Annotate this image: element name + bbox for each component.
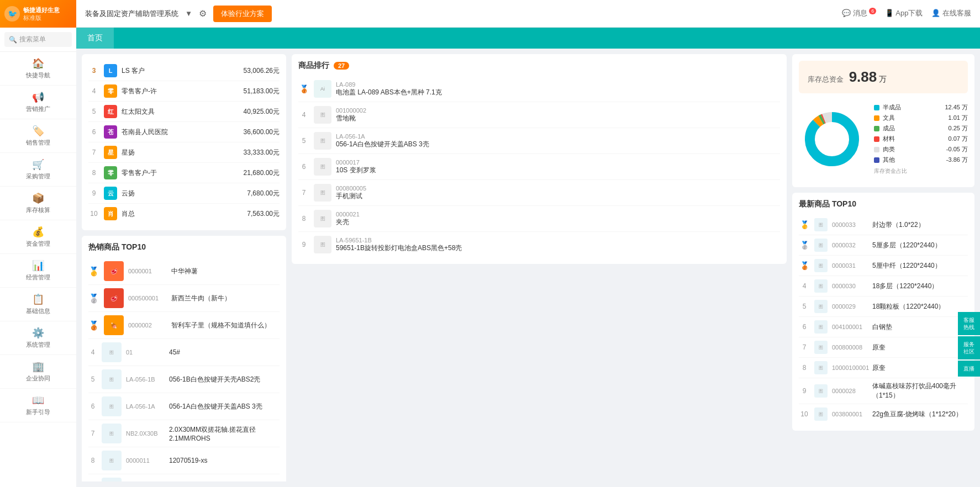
rank-num: 4 (298, 111, 309, 119)
product-img: 图 (814, 259, 828, 272)
product-code: 001000002 (336, 107, 780, 114)
hot-prod-6: 6 图 LA-056-1A 056-1A白色按键开关盖ABS 3壳 (88, 393, 280, 420)
product-img: 图 (314, 210, 331, 227)
customer-service-button[interactable]: 客服热线 (958, 312, 980, 335)
inventory-card: 库存总资金 9.88 万 (792, 54, 974, 187)
product-name: 原奎 (872, 343, 968, 352)
sidebar-item-enterprise[interactable]: 🏢 企业协同 (0, 355, 76, 389)
product-code: 0000001 (128, 268, 167, 274)
chart-legend: 半成品 12.45 万 文具 1.01 万 成品 0.25 万 (874, 103, 968, 175)
rank-amount: 21,680.00元 (244, 168, 280, 178)
product-code: 003800001 (832, 411, 868, 417)
purchase-icon: 🛒 (32, 158, 44, 171)
newest-products-list: 🥇 图 0000033 封边带（1.0*22） 🥈 图 0000032 5厘多层… (799, 215, 968, 424)
rank-number: 8 (88, 169, 99, 177)
rank-amount: 51,183.00元 (244, 87, 280, 96)
product-name: 18多层（1220*2440） (872, 282, 968, 291)
sidebar-item-marketing[interactable]: 📢 营销推广 (0, 86, 76, 119)
product-info: 0000021 夹壳 (336, 211, 780, 227)
rank-num: 6 (799, 323, 810, 331)
right-panel: 库存总资金 9.88 万 (792, 54, 974, 481)
hot-prod-3: 🥉 🍖 0000002 智利车子里（规格不知道填什么） (88, 312, 280, 339)
rank-avatar: 零 (104, 166, 117, 179)
product-code: 0000029 (832, 303, 868, 310)
sidebar-item-sales[interactable]: 🏷️ 销售管理 (0, 119, 76, 153)
product-name: 封边带（1.0*22） (872, 220, 968, 230)
product-img: 图 (314, 184, 331, 202)
inventory-value: 9.88 (849, 68, 877, 85)
rank-num: 5 (799, 303, 810, 310)
sidebar: 🐦 畅捷通好生意 标准版 🔍 搜索菜单 🏠 快捷导航 📢 营销推广 🏷️ 销售管… (0, 0, 76, 487)
prod-rank-4: 4 图 001000002 雪地靴 (298, 102, 780, 128)
legend-label: 肉类 (883, 145, 943, 153)
online-service-button[interactable]: 👤 在线客服 (931, 8, 971, 18)
medal-2: 🥈 (799, 241, 810, 250)
product-info: LA-056-1A 056-1A白色按键开关盖ABS 3壳 (336, 133, 780, 149)
product-name: 雪地靴 (336, 114, 780, 123)
rank-item-7: 7 星 星扬 33,333.00元 (88, 142, 280, 163)
legend-value: 0.25 万 (949, 124, 968, 133)
rank-item-8: 8 零 零售客户-于 21,680.00元 (88, 163, 280, 183)
product-name: 夹壳 (336, 218, 780, 227)
product-img: 图 (814, 384, 828, 398)
hot-prod-2: 🥈 🥩 000500001 新西兰牛肉（新牛） (88, 285, 280, 312)
hot-prod-5: 5 图 LA-056-1B 056-1B白色按键开关壳ABS2壳 (88, 366, 280, 393)
new-prod-7: 7 图 000800008 原奎 (799, 337, 968, 358)
product-code: LA-056-1B (126, 376, 165, 383)
trial-button[interactable]: 体验行业方案 (213, 6, 272, 22)
product-code: LA-056-1A (336, 133, 780, 140)
rank-avatar: 苍 (104, 125, 117, 139)
rank-name: 零售客户-于 (122, 168, 239, 178)
search-menu-button[interactable]: 🔍 搜索菜单 (4, 32, 72, 47)
rank-name: 星扬 (122, 148, 239, 157)
service-community-button[interactable]: 服务社区 (958, 336, 980, 359)
product-img: 图 (814, 407, 828, 421)
rank-avatar: 云 (104, 187, 117, 200)
rank-num: 6 (298, 163, 309, 171)
sidebar-item-finance[interactable]: 💰 资金管理 (0, 220, 76, 254)
new-prod-9: 9 图 0000028 体碱嘉枝味苏打饮品400毫升（1*15） (799, 378, 968, 404)
rank-amount: 33,333.00元 (244, 148, 280, 157)
page-tabs: 首页 (76, 28, 980, 49)
prod-rank-5: 5 图 LA-056-1A 056-1A白色按键开关盖ABS 3壳 (298, 128, 780, 154)
legend-value: -0.05 万 (946, 145, 968, 153)
medal-icon-3: 🥉 (88, 320, 99, 331)
product-name: 中华神薯 (171, 267, 280, 276)
product-ranking-card: 商品排行 27 🥉 Ai LA-089 电池盖 LA-089 ABS本色+黑种 … (292, 54, 787, 264)
rank-num-5: 5 (88, 375, 97, 383)
sidebar-item-basic[interactable]: 📋 基础信息 (0, 288, 76, 321)
sidebar-item-operation[interactable]: 📊 经营管理 (0, 254, 76, 288)
prod-rank-3: 🥉 Ai LA-089 电池盖 LA-089 ABS本色+黑种 7.1克 (298, 76, 780, 102)
product-img: 图 (814, 300, 828, 313)
sidebar-item-system[interactable]: ⚙️ 系统管理 (0, 321, 76, 355)
legend-dot (874, 157, 879, 163)
customer-rank-list: 3 L LS 客户 53,006.26元 4 零 零售客户-许 51,183.0… (88, 61, 280, 224)
product-code: 0000011 (126, 457, 165, 464)
rank-bronze-icon: 🥉 (298, 84, 309, 93)
rank-num: 9 (298, 241, 309, 248)
sidebar-item-inventory[interactable]: 📦 库存核算 (0, 187, 76, 220)
sidebar-item-guide[interactable]: 📖 新手引导 (0, 389, 76, 422)
app-download-button[interactable]: 📱 App下载 (885, 8, 923, 18)
sidebar-item-purchase[interactable]: 🛒 采购管理 (0, 153, 76, 187)
legend-label: 其他 (883, 156, 943, 164)
product-code: 0000030 (832, 283, 868, 289)
product-code: 01 (126, 349, 165, 356)
product-image: 图 (102, 478, 122, 481)
rank-num: 10 (799, 410, 810, 418)
notification-button[interactable]: 💬 消息 6 (842, 8, 876, 18)
legend-label: 材料 (883, 135, 945, 143)
prod-rank-6: 6 图 0000017 10S 变刹罗浆 (298, 154, 780, 180)
product-code: 000800008 (832, 344, 868, 351)
product-name: 056-1B白色按键开关壳ABS2壳 (169, 375, 280, 384)
hot-prod-8: 8 图 0000011 12070519-xs (88, 447, 280, 474)
product-image: 🍖 (104, 315, 124, 335)
settings-button[interactable]: ⚙ (199, 8, 207, 19)
product-code: 0000028 (832, 388, 868, 394)
system-dropdown-button[interactable]: ▼ (185, 9, 192, 18)
rank-num-8: 8 (88, 457, 97, 464)
legend-dot (874, 115, 879, 121)
live-stream-button[interactable]: 直播 (958, 361, 980, 377)
sidebar-item-quick-nav[interactable]: 🏠 快捷导航 (0, 52, 76, 86)
home-tab[interactable]: 首页 (76, 28, 114, 49)
